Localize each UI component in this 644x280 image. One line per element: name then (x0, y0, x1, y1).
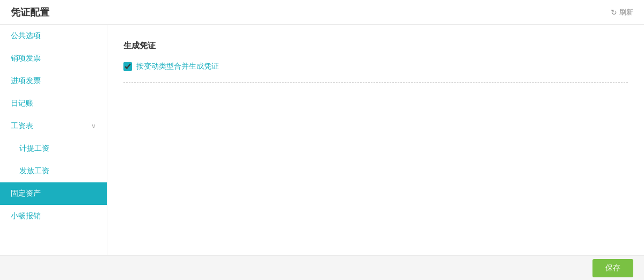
sidebar-item-label: 发放工资 (19, 166, 49, 176)
sidebar-item-label: 进项发票 (11, 76, 41, 86)
section-divider (123, 82, 628, 83)
sidebar-item-label: 固定资产 (11, 189, 41, 198)
footer-bar: 保存 (0, 255, 644, 280)
sidebar-item-label: 工资表 (11, 121, 33, 131)
sidebar: 公共选项销项发票进项发票日记账工资表∨计提工资发放工资固定资产小畅报销 (0, 25, 107, 255)
page-title: 凭证配置 (11, 6, 49, 19)
sidebar-item-label: 公共选项 (11, 31, 41, 41)
sidebar-item-calc-payroll[interactable]: 计提工资 (0, 137, 107, 160)
checkbox-label[interactable]: 按变动类型合并生成凭证 (136, 62, 219, 71)
refresh-icon: ↻ (611, 8, 617, 17)
page-header: 凭证配置 ↻ 刷新 (0, 0, 644, 25)
save-button[interactable]: 保存 (592, 259, 633, 277)
checkbox-row: 按变动类型合并生成凭证 (123, 62, 628, 71)
merge-checkbox[interactable] (123, 62, 132, 71)
sidebar-item-public-options[interactable]: 公共选项 (0, 25, 107, 47)
sidebar-item-label: 计提工资 (19, 144, 49, 153)
refresh-button[interactable]: ↻ 刷新 (611, 8, 633, 17)
chevron-down-icon: ∨ (91, 122, 96, 130)
sidebar-item-purchase-invoice[interactable]: 进项发票 (0, 70, 107, 92)
sidebar-item-journal[interactable]: 日记账 (0, 92, 107, 115)
sidebar-item-payroll-table[interactable]: 工资表∨ (0, 115, 107, 137)
sidebar-item-label: 日记账 (11, 99, 33, 108)
sidebar-item-pay-payroll[interactable]: 发放工资 (0, 160, 107, 182)
refresh-label: 刷新 (619, 8, 633, 17)
sidebar-item-label: 小畅报销 (11, 211, 41, 221)
sidebar-item-sales-invoice[interactable]: 销项发票 (0, 47, 107, 70)
sidebar-item-fixed-assets[interactable]: 固定资产 (0, 182, 107, 205)
sidebar-item-expense-report[interactable]: 小畅报销 (0, 205, 107, 227)
sidebar-item-label: 销项发票 (11, 54, 41, 63)
main-layout: 公共选项销项发票进项发票日记账工资表∨计提工资发放工资固定资产小畅报销 生成凭证… (0, 25, 644, 255)
section-title: 生成凭证 (123, 41, 628, 51)
content-area: 生成凭证 按变动类型合并生成凭证 (107, 25, 644, 255)
